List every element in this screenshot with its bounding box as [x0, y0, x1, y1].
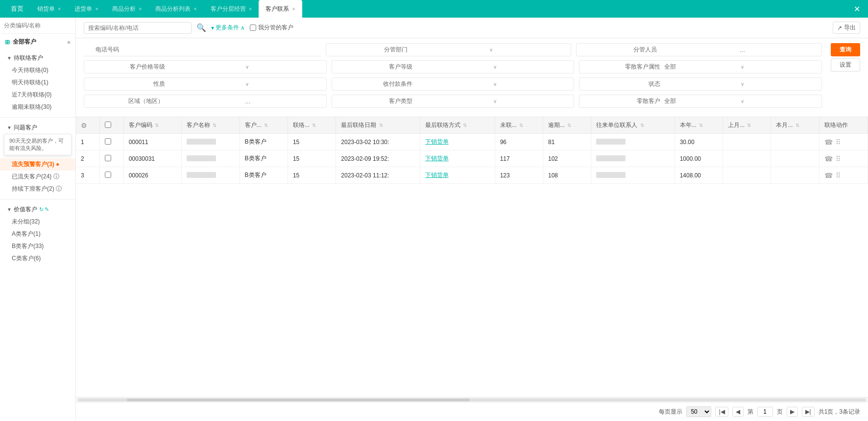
- next-page-button[interactable]: ▶: [787, 407, 798, 417]
- tab-product-analysis-list[interactable]: 商品分析列表 ×: [148, 0, 203, 18]
- row-select-checkbox[interactable]: [105, 155, 111, 161]
- sidebar-item-7days[interactable]: 近7天待联络(0): [0, 89, 75, 101]
- filter-person[interactable]: 分管人员 …: [576, 43, 822, 56]
- col-this-month[interactable]: 本月... ⇅: [771, 117, 819, 134]
- all-customers-header[interactable]: ⊞ 全部客户 «: [0, 34, 75, 50]
- col-last-contact-method[interactable]: 最后联络方式 ⇅: [420, 117, 495, 134]
- group-pending-title[interactable]: ▼ 待联络客户: [0, 52, 75, 64]
- collapse-icon[interactable]: «: [67, 39, 71, 46]
- tab-purchase-order[interactable]: 进货单 ×: [68, 0, 105, 18]
- page-size-select[interactable]: 50 100: [686, 406, 711, 417]
- sidebar-item-ungrouped[interactable]: 未分组(32): [0, 216, 75, 228]
- page-number-input[interactable]: [757, 407, 773, 417]
- col-last-contact-date[interactable]: 最后联络日期 ⇅: [336, 117, 420, 134]
- edit-icon[interactable]: ✎: [45, 206, 49, 213]
- first-page-button[interactable]: |◀: [715, 407, 728, 417]
- col-not-contacted[interactable]: 未联... ⇅: [495, 117, 543, 134]
- contacts-blurred: [596, 155, 626, 161]
- sidebar-item-overdue-contact[interactable]: 逾期未联络(30): [0, 101, 75, 113]
- filter-dept[interactable]: 分管部门 ∨: [326, 43, 572, 56]
- contact-method-link[interactable]: 下销货单: [425, 155, 449, 162]
- arrow-icon: ▼: [7, 55, 12, 61]
- advanced-filter-panel: 电话号码 分管部门 ∨ 分管人员 …: [76, 38, 868, 117]
- tab-customer-contact[interactable]: 客户联系 ×: [259, 0, 302, 18]
- close-icon[interactable]: ×: [139, 6, 142, 12]
- export-button[interactable]: ↗ 导出: [833, 22, 860, 34]
- contact-icon[interactable]: ☎: [824, 172, 833, 179]
- row-select-checkbox[interactable]: [105, 172, 111, 178]
- contact-icon[interactable]: ☎: [824, 138, 833, 146]
- row-select-checkbox[interactable]: [105, 138, 111, 145]
- col-contact-count[interactable]: 联络... ⇅: [288, 117, 336, 134]
- filter-customer-grade[interactable]: 客户等级 ∨: [332, 60, 575, 74]
- sidebar-item-declining[interactable]: 持续下滑客户(2) ⓘ: [0, 183, 75, 195]
- contact-icon[interactable]: ☎: [824, 155, 833, 163]
- col-code[interactable]: 客户编码 ⇅: [123, 117, 181, 134]
- col-last-month[interactable]: 上月... ⇅: [723, 117, 771, 134]
- tab-sales-order[interactable]: 销货单 ×: [30, 0, 68, 18]
- more-actions-icon[interactable]: ⠿: [836, 155, 841, 163]
- sidebar-item-tomorrow[interactable]: 明天待联络(1): [0, 76, 75, 89]
- close-icon[interactable]: ×: [249, 6, 252, 12]
- col-type[interactable]: 客户... ⇅: [240, 117, 288, 134]
- settings-col[interactable]: ⚙: [76, 117, 99, 134]
- filter-status[interactable]: 状态 ∨: [579, 77, 822, 91]
- filter-region[interactable]: 区域（地区） …: [84, 95, 327, 108]
- close-icon[interactable]: ×: [95, 6, 98, 12]
- scrollbar-thumb[interactable]: [127, 398, 470, 401]
- row-code: 00030031: [123, 150, 181, 167]
- refresh-icon[interactable]: ↻: [39, 206, 44, 213]
- col-name[interactable]: 客户名称 ⇅: [182, 117, 240, 134]
- close-icon[interactable]: ×: [193, 6, 196, 12]
- col-this-year[interactable]: 本年... ⇅: [675, 117, 723, 134]
- sidebar-group-problem: ▼ 问题客户 90天无交易的客户，可能有流失风险。 流失预警客户(3) ● 已流…: [0, 120, 75, 197]
- contact-method-link[interactable]: 下销货单: [425, 138, 449, 145]
- tab-home[interactable]: 首页: [4, 4, 30, 13]
- group-value-title[interactable]: ▼ 价值客户 ↻ ✎: [0, 203, 75, 216]
- filter-customer-type[interactable]: 客户类型 ∨: [332, 95, 575, 108]
- sidebar-item-c-class[interactable]: C类客户(6): [0, 252, 75, 265]
- filter-price-grade[interactable]: 客户价格等级 ∨: [84, 60, 327, 74]
- contact-method-link[interactable]: 下销货单: [425, 172, 449, 178]
- filter-nature[interactable]: 性质 ∨: [84, 77, 327, 91]
- col-contacts[interactable]: 往来单位联系人 ⇅: [591, 117, 675, 134]
- sidebar-item-a-class[interactable]: A类客户(1): [0, 228, 75, 240]
- close-icon[interactable]: ×: [58, 6, 61, 12]
- row-contact-count: 15: [288, 167, 336, 184]
- sidebar-item-churn-warning[interactable]: 流失预警客户(3) ●: [0, 158, 75, 171]
- prev-page-button[interactable]: ◀: [732, 407, 744, 417]
- select-all-checkbox[interactable]: [105, 122, 111, 128]
- query-button[interactable]: 查询: [831, 43, 860, 56]
- settings-icon[interactable]: ⚙: [81, 122, 87, 129]
- more-conditions-button[interactable]: ▾ 更多条件 ∧: [211, 24, 245, 32]
- more-dots-icon[interactable]: …: [737, 47, 818, 53]
- sidebar-item-churned[interactable]: 已流失客户(24) ⓘ: [0, 171, 75, 183]
- more-actions-icon[interactable]: ⠿: [836, 138, 841, 146]
- last-page-button[interactable]: ▶|: [802, 407, 815, 417]
- tab-product-analysis[interactable]: 商品分析 ×: [105, 0, 148, 18]
- settings-button[interactable]: 设置: [831, 58, 860, 72]
- filter-retail-attr[interactable]: 零散客户属性 全部 ∨: [579, 60, 822, 74]
- contacts-blurred: [596, 139, 626, 145]
- sidebar-item-today[interactable]: 今天待联络(0): [0, 64, 75, 76]
- close-icon[interactable]: ×: [292, 6, 295, 12]
- more-actions-icon[interactable]: ⠿: [836, 172, 841, 179]
- filter-retail-customer[interactable]: 零散客户 全部 ∨: [579, 95, 822, 108]
- phone-input[interactable]: [123, 46, 321, 53]
- group-problem-title[interactable]: ▼ 问题客户: [0, 122, 75, 134]
- horizontal-scrollbar[interactable]: [76, 397, 868, 402]
- filter-payment-terms[interactable]: 收付款条件 ∨: [332, 77, 575, 91]
- search-input[interactable]: [84, 22, 192, 34]
- my-customers-checkbox-label[interactable]: 我分管的客户: [250, 24, 293, 32]
- arrow-icon: ▼: [7, 125, 12, 130]
- sidebar-search-input[interactable]: [4, 22, 76, 29]
- tab-customer-segmentation[interactable]: 客户分层经营 ×: [204, 0, 259, 18]
- row-contact-count: 15: [288, 134, 336, 150]
- row-this-year: 1408.00: [675, 167, 723, 184]
- col-overdue[interactable]: 逾期... ⇅: [543, 117, 591, 134]
- window-close-button[interactable]: ✕: [850, 4, 864, 14]
- search-button[interactable]: 🔍: [196, 23, 206, 32]
- my-customers-checkbox[interactable]: [250, 25, 256, 31]
- more-dots-icon[interactable]: …: [243, 98, 322, 105]
- sidebar-item-b-class[interactable]: B类客户(33): [0, 240, 75, 252]
